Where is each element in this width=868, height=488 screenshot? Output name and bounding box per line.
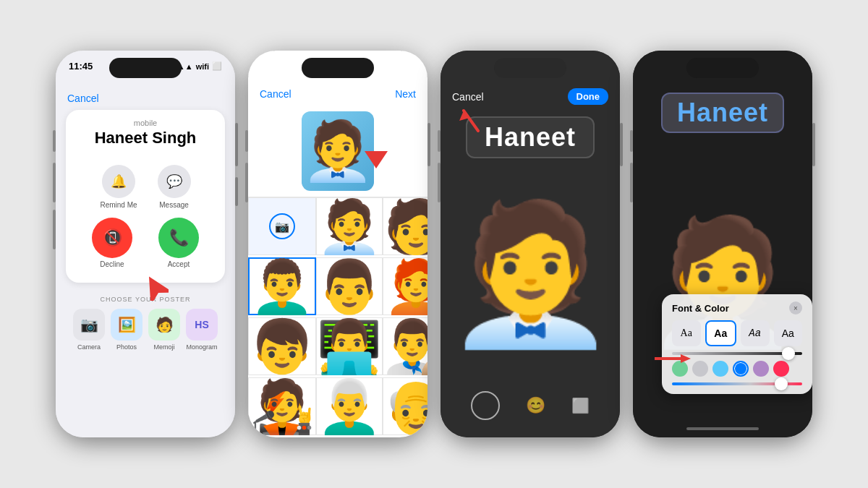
memoji-cell-3-2[interactable]: 👴 bbox=[383, 377, 427, 435]
memoji-poster-label: Memoji bbox=[153, 343, 174, 351]
hue-slider-thumb[interactable] bbox=[775, 377, 788, 390]
size-slider-track bbox=[672, 352, 802, 355]
font-opt-1[interactable]: Aa bbox=[672, 320, 701, 346]
phone-1: 11:45 ▲▲▲ wifi ⬜ Cancel mobile Haneet Si… bbox=[56, 51, 235, 437]
phone-3: Cancel Done Haneet 🧑‍💼 bbox=[441, 51, 620, 437]
phone-1-notch bbox=[109, 58, 182, 78]
name-text-3: Haneet bbox=[485, 122, 576, 152]
next-btn-2[interactable]: Next bbox=[395, 88, 416, 100]
home-button-3[interactable] bbox=[471, 391, 500, 420]
memoji-cell-1-1[interactable]: 👨 bbox=[316, 257, 383, 315]
call-card: mobile Haneet Singh 🔔 Remind Me 💬 Messag… bbox=[66, 110, 225, 283]
bottom-bar-3: 😊 ⬜ bbox=[441, 382, 620, 437]
color-purple[interactable] bbox=[753, 361, 769, 377]
poster-photos[interactable]: 🖼️ Photos bbox=[111, 309, 142, 351]
photos-poster-icon: 🖼️ bbox=[111, 309, 142, 341]
poster-memoji[interactable]: 🧑 Memoji bbox=[148, 309, 180, 351]
arrow-3 bbox=[458, 103, 487, 135]
battery-icon: ⬜ bbox=[212, 61, 222, 71]
caller-name: Haneet Singh bbox=[75, 129, 216, 147]
name-tag-box-4[interactable]: Haneet bbox=[661, 93, 784, 133]
screen-4: Haneet 🧑‍💼 Font & Color bbox=[633, 51, 812, 437]
memoji-poster-icon: 🧑 bbox=[148, 309, 180, 341]
color-lightblue[interactable] bbox=[712, 361, 728, 377]
phone-1-side-btn bbox=[235, 123, 238, 166]
camera-icon: 📷 bbox=[269, 213, 295, 239]
accept-button[interactable]: 📞 bbox=[158, 218, 199, 258]
font-options: Aa Aa Aa Aa bbox=[672, 320, 802, 346]
panel-close-btn[interactable]: × bbox=[789, 301, 802, 314]
memoji-cell-0-1[interactable]: 🧑‍💼 bbox=[316, 197, 383, 255]
hue-slider-track bbox=[672, 382, 802, 385]
memoji-preview-area: 🧑‍💼 bbox=[248, 106, 427, 197]
svg-marker-1 bbox=[365, 151, 388, 168]
decline-group: 📵 Decline bbox=[92, 218, 132, 268]
memoji-cell-0-2[interactable]: 🧑 bbox=[383, 197, 427, 255]
message-item[interactable]: 💬 Message bbox=[158, 165, 191, 209]
font-opt-4[interactable]: Aa bbox=[774, 320, 803, 346]
poster-monogram[interactable]: HS Monogram bbox=[186, 309, 218, 351]
phone-2: Cancel Next 🧑‍💼 📷 bbox=[248, 51, 427, 437]
color-gray[interactable] bbox=[692, 361, 708, 377]
cancel-btn-1[interactable]: Cancel bbox=[67, 93, 235, 104]
accept-group: 📞 Accept bbox=[158, 218, 199, 268]
memoji-cell-1-2[interactable]: 🧑‍🦰 bbox=[383, 257, 427, 315]
photos-poster-label: Photos bbox=[116, 343, 137, 351]
accept-label: Accept bbox=[158, 260, 199, 268]
memoji-cell-2-1[interactable]: 👨‍💻 bbox=[316, 317, 383, 375]
phone-2-side-btn bbox=[427, 123, 430, 166]
svg-marker-5 bbox=[681, 354, 691, 363]
font-color-panel: Font & Color × Aa Aa Aa Aa bbox=[662, 294, 812, 394]
poster-section: CHOOSE YOUR POSTER 📷 Camera 🖼️ Photos 🧑 … bbox=[66, 296, 225, 351]
memoji-cell-2-0[interactable]: 👦 bbox=[248, 317, 316, 375]
monogram-poster-label: Monogram bbox=[186, 343, 217, 351]
poster-options-list: 📷 Camera 🖼️ Photos 🧑 Memoji HS Monogram bbox=[66, 309, 225, 351]
color-options bbox=[672, 361, 802, 377]
remind-me-icon: 🔔 bbox=[102, 165, 135, 198]
bottom-bar-4 bbox=[686, 427, 759, 430]
font-opt-2[interactable]: Aa bbox=[705, 320, 737, 346]
message-label: Message bbox=[158, 201, 191, 209]
cancel-btn-3[interactable]: Cancel bbox=[452, 91, 484, 103]
color-blue[interactable] bbox=[733, 361, 749, 377]
memoji-cell-3-1[interactable]: 👨‍🦳 bbox=[316, 377, 383, 435]
memoji-cell-1-0[interactable]: 👨‍🦱 bbox=[248, 257, 316, 315]
size-slider-thumb[interactable] bbox=[782, 347, 795, 360]
time-1: 11:45 bbox=[69, 61, 93, 72]
face-icon-3: 😊 bbox=[526, 396, 545, 415]
arrow-1 bbox=[142, 275, 169, 304]
phone-3-side-btn bbox=[620, 123, 623, 166]
name-text-4: Haneet bbox=[677, 98, 768, 127]
phone-2-notch bbox=[302, 58, 374, 78]
memoji-person-3: 🧑‍💼 bbox=[441, 164, 620, 382]
layers-icon-3: ⬜ bbox=[571, 397, 590, 414]
call-type-label: mobile bbox=[75, 119, 216, 127]
camera-cell[interactable]: 📷 bbox=[248, 197, 316, 255]
panel-title: Font & Color bbox=[672, 303, 729, 314]
name-tag-3-area: Haneet bbox=[441, 111, 620, 164]
poster-camera[interactable]: 📷 Camera bbox=[73, 309, 105, 351]
camera-poster-label: Camera bbox=[77, 343, 101, 351]
camera-poster-icon: 📷 bbox=[73, 309, 105, 341]
panel-header: Font & Color × bbox=[672, 301, 802, 314]
call-buttons: 📵 Decline 📞 Accept bbox=[75, 218, 216, 268]
svg-marker-0 bbox=[142, 275, 169, 301]
cancel-btn-2[interactable]: Cancel bbox=[260, 88, 292, 100]
phone-4-side-btn bbox=[812, 123, 815, 166]
font-opt-3[interactable]: Aa bbox=[741, 320, 770, 346]
monogram-poster-icon: HS bbox=[186, 309, 218, 341]
phone-4-notch bbox=[686, 58, 759, 78]
phone-4: Haneet 🧑‍💼 Font & Color bbox=[633, 51, 812, 437]
memoji-cell-3-0[interactable]: 🧑‍🎤 bbox=[248, 377, 316, 435]
phone-3-notch bbox=[494, 58, 566, 78]
memoji-grid: 📷 🧑‍💼 🧑 👨‍🦱 👨 🧑‍🦰 👦 👨‍💻 👨‍🎨 🧑‍🎤 👨‍🦳 👴 bbox=[248, 197, 427, 437]
screen-1: 11:45 ▲▲▲ wifi ⬜ Cancel mobile Haneet Si… bbox=[56, 51, 235, 437]
memoji-cell-2-2[interactable]: 👨‍🎨 bbox=[383, 317, 427, 375]
remind-me-item[interactable]: 🔔 Remind Me bbox=[100, 165, 137, 209]
decline-button[interactable]: 📵 bbox=[92, 218, 132, 258]
remind-me-label: Remind Me bbox=[100, 201, 137, 209]
arrow-4 bbox=[655, 351, 691, 369]
decline-label: Decline bbox=[92, 260, 132, 268]
done-btn-3[interactable]: Done bbox=[568, 88, 609, 105]
color-pink[interactable] bbox=[773, 361, 789, 377]
